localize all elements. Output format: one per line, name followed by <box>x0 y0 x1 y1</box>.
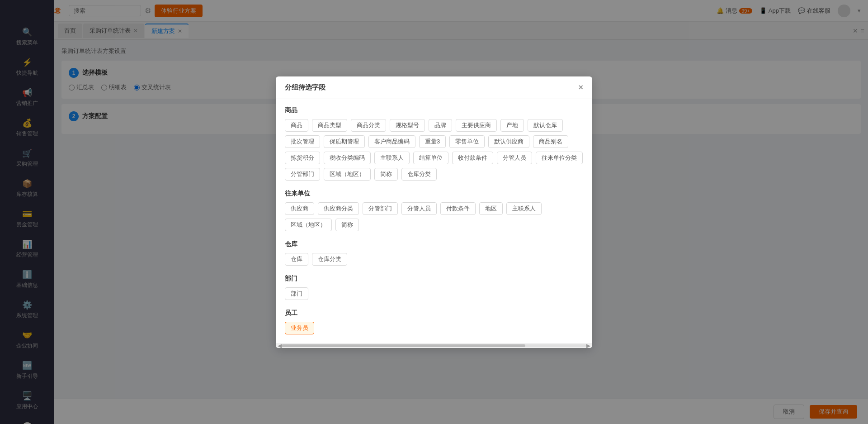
field-tag-goods-21[interactable]: 往来单位分类 <box>536 152 583 164</box>
modal-body[interactable]: 商品商品商品类型商品分类规格型号品牌主要供应商产地默认仓库批次管理保质期管理客户… <box>276 99 592 343</box>
field-tag-department-0[interactable]: 部门 <box>285 287 308 300</box>
scrollbar-left-arrow[interactable]: ◀ <box>278 343 282 348</box>
field-tag-employee-0[interactable]: 业务员 <box>285 322 314 334</box>
field-tag-partner-2[interactable]: 分管部门 <box>363 202 398 215</box>
modal-dialog: 分组待选字段 × 商品商品商品类型商品分类规格型号品牌主要供应商产地默认仓库批次… <box>276 76 592 348</box>
field-tag-goods-7[interactable]: 默认仓库 <box>528 119 563 132</box>
field-tag-goods-9[interactable]: 保质期管理 <box>324 135 365 148</box>
field-tag-goods-18[interactable]: 结算单位 <box>413 152 448 164</box>
field-tag-goods-2[interactable]: 商品分类 <box>351 119 386 132</box>
field-tag-goods-25[interactable]: 仓库分类 <box>401 168 437 181</box>
section-title-employee: 员工 <box>285 309 583 317</box>
field-tag-partner-1[interactable]: 供应商分类 <box>318 202 359 215</box>
field-tag-goods-14[interactable]: 商品别名 <box>533 135 568 148</box>
field-tag-partner-0[interactable]: 供应商 <box>285 202 314 215</box>
modal-header: 分组待选字段 × <box>276 76 592 99</box>
field-tag-goods-12[interactable]: 零售单位 <box>449 135 485 148</box>
modal-scrollbar: ◀ ▶ <box>276 343 592 348</box>
field-tag-goods-17[interactable]: 主联系人 <box>374 152 410 164</box>
field-tags-employee: 业务员 <box>285 322 583 334</box>
field-tag-goods-13[interactable]: 默认供应商 <box>488 135 529 148</box>
field-tag-partner-5[interactable]: 地区 <box>479 202 503 215</box>
scrollbar-thumb <box>282 344 525 347</box>
section-employee: 员工业务员 <box>285 309 583 334</box>
field-tags-partner: 供应商供应商分类分管部门分管人员付款条件地区主联系人区域（地区）简称 <box>285 202 583 231</box>
section-title-partner: 往来单位 <box>285 190 583 198</box>
section-department: 部门部门 <box>285 275 583 300</box>
field-tags-department: 部门 <box>285 287 583 300</box>
field-tag-partner-4[interactable]: 付款条件 <box>440 202 476 215</box>
field-tag-goods-15[interactable]: 拣货积分 <box>285 152 320 164</box>
field-tag-goods-0[interactable]: 商品 <box>285 119 308 132</box>
modal-close-btn[interactable]: × <box>578 83 583 92</box>
field-tag-goods-16[interactable]: 税收分类编码 <box>324 152 371 164</box>
scrollbar-track <box>282 344 586 347</box>
field-tag-goods-22[interactable]: 分管部门 <box>285 168 320 181</box>
field-tag-partner-6[interactable]: 主联系人 <box>506 202 542 215</box>
section-warehouse: 仓库仓库仓库分类 <box>285 240 583 266</box>
field-tag-warehouse-0[interactable]: 仓库 <box>285 253 308 266</box>
field-tag-goods-8[interactable]: 批次管理 <box>285 135 320 148</box>
field-tag-goods-10[interactable]: 客户商品编码 <box>368 135 415 148</box>
scrollbar-right-arrow[interactable]: ▶ <box>586 343 590 348</box>
field-tag-goods-20[interactable]: 分管人员 <box>497 152 532 164</box>
field-tag-goods-23[interactable]: 区域（地区） <box>324 168 371 181</box>
field-tags-goods: 商品商品类型商品分类规格型号品牌主要供应商产地默认仓库批次管理保质期管理客户商品… <box>285 119 583 181</box>
section-partner: 往来单位供应商供应商分类分管部门分管人员付款条件地区主联系人区域（地区）简称 <box>285 190 583 231</box>
field-tag-goods-11[interactable]: 重量3 <box>419 135 446 148</box>
section-title-department: 部门 <box>285 275 583 283</box>
field-tag-goods-24[interactable]: 简称 <box>374 168 398 181</box>
field-tag-goods-6[interactable]: 产地 <box>500 119 524 132</box>
field-tag-partner-8[interactable]: 简称 <box>335 219 359 231</box>
modal-overlay: 分组待选字段 × 商品商品商品类型商品分类规格型号品牌主要供应商产地默认仓库批次… <box>0 0 868 424</box>
section-goods: 商品商品商品类型商品分类规格型号品牌主要供应商产地默认仓库批次管理保质期管理客户… <box>285 106 583 181</box>
field-tag-partner-7[interactable]: 区域（地区） <box>285 219 332 231</box>
section-title-warehouse: 仓库 <box>285 240 583 248</box>
field-tag-goods-4[interactable]: 品牌 <box>429 119 452 132</box>
section-title-goods: 商品 <box>285 106 583 114</box>
field-tag-goods-1[interactable]: 商品类型 <box>312 119 347 132</box>
field-tag-warehouse-1[interactable]: 仓库分类 <box>312 253 347 266</box>
modal-title: 分组待选字段 <box>285 83 326 92</box>
field-tag-partner-3[interactable]: 分管人员 <box>401 202 437 215</box>
field-tag-goods-19[interactable]: 收付款条件 <box>452 152 493 164</box>
field-tags-warehouse: 仓库仓库分类 <box>285 253 583 266</box>
field-tag-goods-5[interactable]: 主要供应商 <box>456 119 497 132</box>
field-tag-goods-3[interactable]: 规格型号 <box>390 119 425 132</box>
